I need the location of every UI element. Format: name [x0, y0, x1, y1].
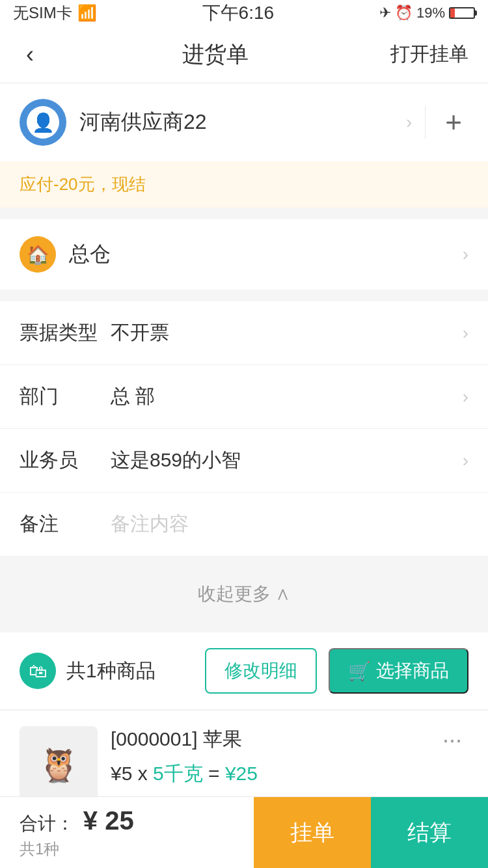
product-name: [0000001] 苹果 — [111, 726, 436, 753]
salesperson-chevron-icon: › — [463, 450, 468, 471]
products-header: 🛍 共1种商品 修改明细 🛒 选择商品 — [0, 632, 488, 710]
nav-bar: ‹ 进货单 打开挂单 — [0, 26, 488, 83]
select-product-button[interactable]: 🛒 选择商品 — [329, 648, 468, 694]
supplier-row[interactable]: 👤 河南供应商22 › + — [0, 83, 488, 161]
warehouse-name: 总仓 — [69, 240, 463, 269]
signal-text: 无SIM卡 — [13, 3, 72, 23]
bottom-bar: 合计： ¥ 25 共1种 挂单 结算 — [0, 796, 488, 868]
ticket-type-label: 票据类型 — [20, 319, 111, 346]
ticket-type-value: 不开票 — [111, 319, 463, 346]
status-left: 无SIM卡 📶 — [13, 3, 97, 23]
select-cart-icon: 🛒 — [348, 660, 371, 682]
equals: = — [208, 763, 225, 784]
product-code: [0000001] 苹果 — [111, 728, 242, 750]
page-title: 进货单 — [182, 40, 249, 70]
collapse-row[interactable]: 收起更多 ∧ — [0, 567, 488, 621]
department-label: 部门 — [20, 383, 111, 410]
status-time: 下午6:16 — [202, 1, 275, 25]
supplier-name: 河南供应商22 — [79, 108, 406, 137]
total-count: 共1种 — [20, 839, 234, 860]
back-button[interactable]: ‹ — [20, 34, 40, 75]
salesperson-label: 业务员 — [20, 447, 111, 474]
form-section: 票据类型 不开票 › 部门 总 部 › 业务员 这是859的小智 › 备注 备注… — [0, 301, 488, 556]
quantity: 5千克 — [153, 763, 203, 784]
ticket-type-row[interactable]: 票据类型 不开票 › — [0, 301, 488, 365]
status-right: ✈ ⏰ 19% — [379, 5, 475, 21]
product-info: [0000001] 苹果 ¥5 x 5千克 = ¥25 — [111, 726, 436, 787]
checkout-button[interactable]: 结算 — [371, 797, 488, 869]
total-amount: ¥ 25 — [83, 806, 134, 835]
location-icon: ✈ — [379, 5, 391, 21]
products-section: 🛍 共1种商品 修改明细 🛒 选择商品 🦉 [0000001] 苹果 ¥5 x … — [0, 632, 488, 820]
department-chevron-icon: › — [463, 387, 468, 407]
battery-icon — [449, 7, 475, 19]
collapse-label: 收起更多 ∧ — [198, 582, 291, 606]
note-row[interactable]: 备注 备注内容 — [0, 493, 488, 556]
house-icon: 🏠 — [27, 244, 49, 265]
warehouse-row[interactable]: 🏠 总仓 › — [0, 219, 488, 290]
cart-bag-icon: 🛍 — [29, 660, 47, 682]
avatar-inner: 👤 — [27, 106, 59, 139]
warehouse-icon: 🏠 — [20, 236, 56, 273]
avatar-icon: 👤 — [32, 112, 55, 133]
total-price: ¥25 — [225, 763, 258, 784]
ticket-chevron-icon: › — [463, 323, 468, 344]
products-icon: 🛍 — [20, 653, 56, 689]
total-label: 合计： — [20, 813, 74, 834]
divider — [425, 106, 426, 139]
alert-banner: 应付-20元，现结 — [0, 161, 488, 208]
department-row[interactable]: 部门 总 部 › — [0, 365, 488, 429]
edit-detail-button[interactable]: 修改明细 — [205, 648, 317, 694]
add-button[interactable]: + — [439, 108, 468, 137]
battery-percent: 19% — [416, 5, 445, 21]
alarm-icon: ⏰ — [395, 5, 413, 21]
products-count: 共1种商品 — [66, 658, 205, 685]
warehouse-section: 🏠 总仓 › — [0, 219, 488, 290]
supplier-section: 👤 河南供应商22 › + 应付-20元，现结 — [0, 83, 488, 208]
product-thumbnail: 🦉 — [20, 726, 98, 804]
department-value: 总 部 — [111, 383, 463, 410]
supplier-chevron-icon: › — [406, 112, 412, 133]
note-label: 备注 — [20, 511, 111, 537]
salesperson-value: 这是859的小智 — [111, 447, 463, 474]
total-row: 合计： ¥ 25 — [20, 806, 234, 836]
note-placeholder: 备注内容 — [111, 511, 468, 537]
supplier-actions: › + — [406, 106, 468, 139]
unit-price: ¥5 x — [111, 763, 153, 784]
total-section: 合计： ¥ 25 共1种 — [0, 806, 254, 860]
salesperson-row[interactable]: 业务员 这是859的小智 › — [0, 429, 488, 493]
select-product-label: 选择商品 — [376, 658, 449, 683]
more-options-button[interactable]: ··· — [436, 726, 468, 753]
alert-text: 应付-20元，现结 — [20, 174, 146, 194]
main-content: 👤 河南供应商22 › + 应付-20元，现结 🏠 总仓 › 票据类型 — [0, 83, 488, 820]
product-price: ¥5 x 5千克 = ¥25 — [111, 761, 436, 787]
wifi-icon: 📶 — [77, 4, 97, 22]
warehouse-chevron-icon: › — [463, 244, 468, 265]
open-pending-button[interactable]: 打开挂单 — [390, 41, 468, 68]
status-bar: 无SIM卡 📶 下午6:16 ✈ ⏰ 19% — [0, 0, 488, 26]
pend-button[interactable]: 挂单 — [254, 797, 371, 869]
supplier-avatar: 👤 — [20, 99, 66, 146]
owl-icon: 🦉 — [38, 746, 79, 784]
